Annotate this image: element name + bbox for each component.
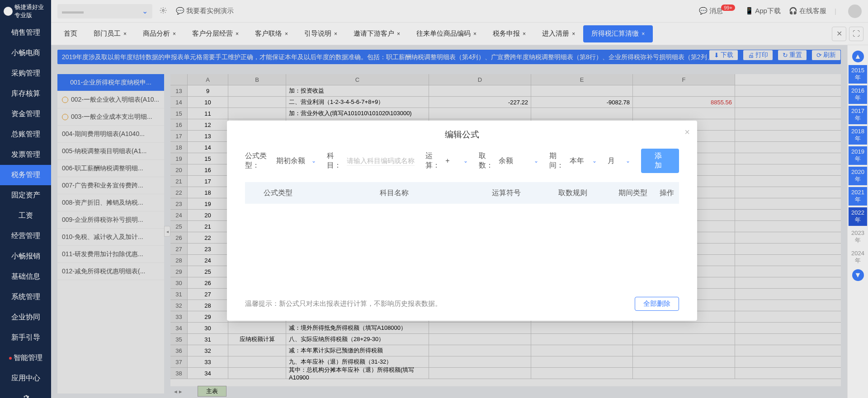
edit-formula-modal: 编辑公式 × 公式类型： 期初余额⌄ 科目： 运算： +⌄ 取数： 余额⌄ 期间…: [227, 121, 697, 321]
label-period: 期间：: [549, 151, 566, 170]
th-type: 公式类型: [245, 188, 311, 198]
add-button[interactable]: 添加: [641, 149, 679, 173]
th-subject: 科目名称: [311, 188, 478, 198]
th-fetch: 取数规则: [534, 188, 611, 198]
delete-all-button[interactable]: 全部删除: [635, 297, 679, 311]
label-fetch: 取数：: [479, 151, 495, 170]
fetch-rule-select[interactable]: 余额⌄: [499, 156, 538, 166]
label-type: 公式类型：: [245, 151, 273, 170]
period-year-select[interactable]: 本年⌄: [570, 156, 597, 166]
subject-input[interactable]: [347, 156, 415, 166]
modal-tip: 温馨提示：新公式只对未出报表进行计算，不影响历史报表数据。: [245, 300, 442, 308]
modal-close-button[interactable]: ×: [684, 127, 690, 137]
label-op: 运算：: [425, 151, 442, 170]
operator-select[interactable]: +⌄: [445, 157, 468, 165]
th-op: 运算符号: [478, 188, 534, 198]
formula-type-select[interactable]: 期初余额⌄: [276, 156, 316, 166]
period-month-select[interactable]: 月⌄: [608, 156, 630, 166]
th-action: 操作: [654, 188, 679, 198]
formula-form: 公式类型： 期初余额⌄ 科目： 运算： +⌄ 取数： 余额⌄ 期间： 本年⌄ 月…: [227, 149, 697, 179]
modal-title: 编辑公式: [227, 121, 697, 149]
label-subject: 科目：: [327, 151, 343, 170]
formula-table: 公式类型 科目名称 运算符号 取数规则 期间类型 操作: [245, 182, 679, 204]
th-period: 期间类型: [611, 188, 654, 198]
